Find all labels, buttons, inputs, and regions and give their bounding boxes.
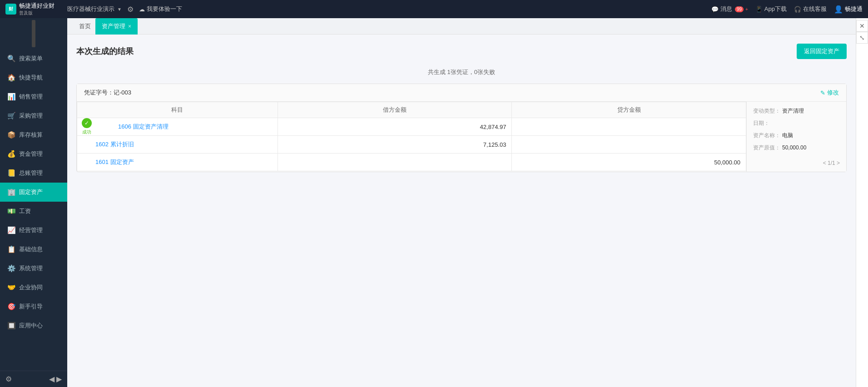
app-download-label: App下载 [764, 5, 787, 13]
sidebar-label-system: 系统管理 [19, 264, 43, 273]
return-button[interactable]: 返回固定资产 [797, 44, 847, 59]
sidebar-item-system[interactable]: ⚙️ 系统管理 [0, 259, 67, 278]
sidebar-item-inventory[interactable]: 📦 库存核算 [0, 125, 67, 144]
cell-credit-3: 50,000.00 [512, 154, 746, 171]
change-type-row: 变动类型： 资产清理 [753, 107, 840, 115]
summary-text: 共生成 1张凭证，0张失败 [428, 69, 495, 75]
online-service-label: 在线客服 [803, 5, 827, 13]
sidebar-label-quick-nav: 快捷导航 [19, 74, 43, 82]
edit-label: 修改 [827, 89, 839, 97]
user-avatar-icon: 👤 [834, 5, 843, 14]
pagination-text: < 1/1 > [823, 160, 840, 166]
voucher-number: 凭证字号：记-003 [84, 89, 131, 97]
cell-credit-1 [512, 118, 746, 136]
cell-subject-2: 1602 累计折旧 [77, 136, 278, 154]
header-debit: 借方金额 [278, 102, 512, 118]
settings-footer-icon[interactable]: ⚙ [5, 375, 12, 383]
close-panel-button[interactable]: ✕ [856, 20, 868, 32]
side-info-panel: 变动类型： 资产清理 日期： 资产名称： 电脑 资产原值： [746, 102, 846, 172]
subject-name-1: 固定资产清理 [133, 123, 169, 130]
cell-debit-3 [278, 154, 512, 171]
logo-area: 财 畅捷通好业财 普及版 [5, 2, 55, 16]
tab-close-icon[interactable]: × [128, 23, 131, 30]
search-icon: 🔍 [7, 55, 15, 63]
change-type-value: 资产清理 [782, 107, 804, 115]
summary-line: 共生成 1张凭证，0张失败 [76, 68, 847, 76]
success-indicator: ✓ 成功 [82, 118, 92, 135]
trial-icon: ☁ [139, 6, 145, 13]
collapse-sidebar-icon[interactable]: ◀ ▶ [49, 375, 62, 383]
app-download-item[interactable]: 📱 App下载 [755, 5, 787, 13]
original-value-label: 资产原值： [753, 144, 780, 152]
voucher-table: 科目 借方金额 贷方金额 ✓ 成 [77, 102, 746, 171]
expand-panel-button[interactable]: ⤡ [856, 32, 868, 44]
sidebar-label-search: 搜索菜单 [19, 55, 43, 63]
cell-subject-3: 1601 固定资产 [77, 154, 278, 171]
inventory-icon: 📦 [7, 131, 15, 139]
home-icon: 🏠 [7, 74, 15, 82]
user-item[interactable]: 👤 畅捷通 [834, 5, 863, 14]
sidebar: 🔍 搜索菜单 🏠 快捷导航 📊 销售管理 🛒 采购管理 📦 库存核算 💰 [0, 18, 67, 387]
header-credit: 贷方金额 [512, 102, 746, 118]
online-service-icon: 🎧 [794, 6, 801, 13]
sidebar-label-operations: 经营管理 [19, 226, 43, 234]
tab-home[interactable]: 首页 [74, 18, 95, 35]
page-title: 本次生成的结果 [76, 46, 134, 57]
subject-code-2: 1602 [95, 141, 109, 148]
sidebar-item-app-center[interactable]: 🔲 应用中心 [0, 316, 67, 335]
trial-button[interactable]: ☁ 我要体验一下 [139, 5, 182, 13]
original-value-value: 50,000.00 [782, 144, 806, 151]
settings-button[interactable]: ⚙ [125, 3, 135, 15]
sidebar-item-sales[interactable]: 📊 销售管理 [0, 87, 67, 106]
system-icon: ⚙️ [7, 264, 15, 273]
sidebar-item-operations[interactable]: 📈 经营管理 [0, 221, 67, 240]
subject-link-2[interactable]: 1602 累计折旧 [95, 141, 134, 148]
messages-badge: 99 [735, 6, 744, 12]
page-header: 本次生成的结果 返回固定资产 [76, 44, 847, 59]
sidebar-label-basic-info: 基础信息 [19, 245, 43, 253]
logo-text: 畅捷通好业财 [19, 2, 55, 10]
app-download-icon: 📱 [755, 6, 763, 13]
date-label: 日期： [753, 119, 769, 127]
sidebar-item-search[interactable]: 🔍 搜索菜单 [0, 49, 67, 68]
success-text: 成功 [82, 129, 91, 135]
pagination[interactable]: < 1/1 > [753, 156, 840, 166]
subject-name-3: 固定资产 [110, 159, 134, 165]
sidebar-item-payroll[interactable]: 💵 工资 [0, 202, 67, 221]
company-selector[interactable]: 医疗器械行业演示 ▼ [67, 5, 122, 13]
subject-link-1[interactable]: 1606 固定资产清理 [118, 123, 169, 130]
top-bar-left: 财 畅捷通好业财 普及版 医疗器械行业演示 ▼ ⚙ ☁ 我要体验一下 [5, 2, 182, 16]
subject-code-1: 1606 [118, 123, 131, 130]
sidebar-label-fixed-assets: 固定资产 [19, 188, 43, 196]
sidebar-footer: ⚙ ◀ ▶ [0, 371, 67, 387]
cell-debit-2: 7,125.03 [278, 136, 512, 154]
table-row: ✓ 成功 1606 固定资产清理 42,874.97 [77, 118, 746, 136]
subject-code-3: 1601 [95, 159, 109, 165]
voucher-block: 凭证字号：记-003 ✎ 修改 科目 借方金额 [76, 84, 847, 172]
sidebar-item-basic-info[interactable]: 📋 基础信息 [0, 240, 67, 259]
sidebar-label-guide: 新手引导 [19, 303, 43, 311]
sidebar-item-quick-nav[interactable]: 🏠 快捷导航 [0, 68, 67, 87]
finance-icon: 💰 [7, 150, 15, 158]
sidebar-item-finance[interactable]: 💰 资金管理 [0, 144, 67, 164]
tab-asset-mgmt-label: 资产管理 [102, 22, 125, 30]
sidebar-item-fixed-assets[interactable]: 🏢 固定资产 [0, 183, 67, 202]
edit-button[interactable]: ✎ 修改 [820, 89, 839, 97]
purchase-icon: 🛒 [7, 112, 15, 120]
sales-icon: 📊 [7, 93, 15, 101]
voucher-header: 凭证字号：记-003 ✎ 修改 [77, 84, 846, 102]
fixed-assets-icon: 🏢 [7, 188, 15, 196]
sidebar-item-enterprise[interactable]: 🤝 企业协同 [0, 278, 67, 297]
tab-asset-mgmt[interactable]: 资产管理 × [95, 18, 138, 35]
online-service-item[interactable]: 🎧 在线客服 [794, 5, 827, 13]
table-row: 1601 固定资产 50,000.00 [77, 154, 746, 171]
asset-name-row: 资产名称： 电脑 [753, 132, 840, 139]
voucher-table-area: 科目 借方金额 贷方金额 ✓ 成 [77, 102, 746, 172]
subject-link-3[interactable]: 1601 固定资产 [95, 159, 134, 165]
sidebar-item-ledger[interactable]: 📒 总账管理 [0, 164, 67, 183]
sidebar-item-guide[interactable]: 🎯 新手引导 [0, 297, 67, 316]
voucher-content: 科目 借方金额 贷方金额 ✓ 成 [77, 102, 846, 172]
cell-debit-1: 42,874.97 [278, 118, 512, 136]
messages-item[interactable]: 💬 消息 99 + [711, 5, 748, 13]
sidebar-item-purchase[interactable]: 🛒 采购管理 [0, 106, 67, 125]
